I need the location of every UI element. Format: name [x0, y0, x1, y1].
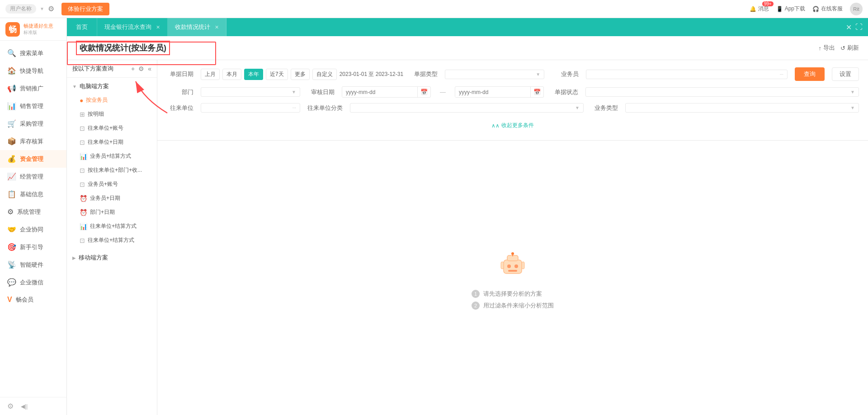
sidebar-label-system: 系统管理: [17, 208, 41, 216]
dropdown-arrow-icon[interactable]: ▼: [40, 6, 44, 11]
sidebar-item-sales[interactable]: 📊 销售管理: [0, 97, 66, 115]
business-type-select[interactable]: ▼: [625, 103, 859, 113]
sidebar-item-purchase[interactable]: 🛒 采购管理: [0, 115, 66, 132]
desktop-scheme-group: ▼ 电脑端方案 ● 按业务员 ⊞ 按明细 ⊡ 往来单位+账号 ⊡ 往来单位+: [67, 78, 157, 249]
tab-bank-close[interactable]: ✕: [156, 24, 160, 30]
trial-button[interactable]: 体验行业方案: [61, 3, 109, 15]
panel-collapse-icon[interactable]: «: [148, 65, 151, 72]
avatar-text: Rit: [850, 3, 863, 15]
audit-from-calendar-icon[interactable]: 📅: [417, 87, 430, 97]
audit-to-calendar-icon[interactable]: 📅: [530, 87, 543, 97]
partner-more-icon[interactable]: ···: [292, 105, 296, 110]
main-content: 首页 现金银行流水查询 ✕ 收款情况统计 ✕ ✕ ⛶ 收款情况统计(按业务员) …: [67, 18, 868, 415]
sidebar-item-vip[interactable]: V 畅会员: [0, 291, 66, 308]
tab-receipts-label: 收款情况统计: [175, 23, 210, 31]
scheme-item-partner-settle1[interactable]: 📊 往来单位+结算方式: [67, 219, 157, 233]
sidebar-item-search[interactable]: 🔍 搜索菜单: [0, 44, 66, 62]
sidebar-label-basic: 基础信息: [20, 190, 43, 198]
sidebar-item-hardware[interactable]: 📡 智能硬件: [0, 256, 66, 274]
sidebar-footer: ⚙ ◀||: [0, 397, 66, 415]
logo-icon: 畅: [5, 22, 20, 37]
right-area: 单据日期 上月 本月 本年 近7天 更多 自定义 2023-01-01 至 20…: [157, 60, 868, 415]
footer-collapse-icon[interactable]: ◀||: [21, 403, 28, 410]
scheme-item-dept-date[interactable]: ⏰ 部门+日期: [67, 205, 157, 219]
partner-category-select[interactable]: ▼: [350, 103, 584, 113]
export-label: 导出: [823, 44, 835, 52]
scheme-item-salesman-settle[interactable]: 📊 业务员+结算方式: [67, 149, 157, 163]
partner-category-dropdown-icon: ▼: [575, 105, 580, 110]
sidebar-nav: 🔍 搜索菜单 🏠 快捷导航 📢 营销推广 📊 销售管理 🛒 采购管理 📦 库存核…: [0, 41, 66, 397]
export-button[interactable]: ↑ 导出: [819, 44, 835, 52]
scheme-label-partner-account: 往来单位+账号: [88, 124, 123, 132]
sidebar-item-marketing[interactable]: 📢 营销推广: [0, 80, 66, 97]
footer-settings-icon[interactable]: ⚙: [7, 402, 14, 410]
scheme-item-partner-settle2[interactable]: ⊡ 往来单位+结算方式: [67, 233, 157, 247]
scheme-item-salesman-date[interactable]: ⏰ 业务员+日期: [67, 191, 157, 205]
salesman-select[interactable]: ···: [586, 70, 788, 79]
audit-date-from-group: 📅: [342, 86, 431, 98]
sidebar-item-wechat[interactable]: 💬 企业微信: [0, 274, 66, 291]
date-btn-more[interactable]: 更多: [291, 69, 310, 80]
desktop-scheme-group-header[interactable]: ▼ 电脑端方案: [67, 80, 157, 93]
scheme-settings-icon[interactable]: ⚙: [138, 65, 144, 72]
collapse-bar[interactable]: ∧∧ 收起更多条件: [166, 118, 859, 133]
sidebar: 畅 畅捷通好生意 标准版 🔍 搜索菜单 🏠 快捷导航 📢 营销推广 📊 销售管理…: [0, 18, 67, 415]
avatar[interactable]: Rit: [850, 3, 863, 15]
desktop-group-arrow-icon: ▼: [72, 84, 77, 89]
scheme-item-partner-dept-collect[interactable]: ⊡ 按往来单位+部门+收...: [67, 163, 157, 177]
sidebar-label-hardware: 智能硬件: [20, 261, 43, 269]
salesman-settle-icon: 📊: [80, 153, 87, 160]
doc-status-select[interactable]: ▼: [585, 87, 859, 97]
left-panel-title: 按以下方案查询: [72, 65, 113, 73]
hardware-icon: 📡: [7, 260, 16, 269]
add-scheme-icon[interactable]: +: [131, 65, 135, 72]
dept-select[interactable]: ▼: [201, 87, 300, 97]
scheme-item-partner-date[interactable]: ⊡ 往来单位+日期: [67, 135, 157, 149]
tab-expand-icon[interactable]: ⛶: [855, 23, 863, 31]
date-btn-7days[interactable]: 近7天: [266, 69, 288, 80]
purchase-icon: 🛒: [7, 119, 16, 128]
sidebar-item-guide[interactable]: 🎯 新手引导: [0, 238, 66, 256]
sidebar-item-finance[interactable]: 💰 资金管理: [0, 150, 66, 168]
sidebar-item-quicknav[interactable]: 🏠 快捷导航: [0, 62, 66, 80]
top-bar-left: 用户名称 ▼ ⚙ 体验行业方案: [5, 3, 750, 15]
filter-area: 单据日期 上月 本月 本年 近7天 更多 自定义 2023-01-01 至 20…: [157, 60, 868, 141]
tab-receipts[interactable]: 收款情况统计 ✕: [168, 18, 226, 36]
doc-type-select[interactable]: ▼: [445, 70, 544, 79]
date-btn-custom[interactable]: 自定义: [312, 69, 337, 80]
sidebar-item-operation[interactable]: 📈 经营管理: [0, 168, 66, 185]
tab-close-all-icon[interactable]: ✕: [846, 23, 852, 32]
business-type-label: 业务类型: [591, 104, 618, 112]
tab-bank[interactable]: 现金银行流水查询 ✕: [97, 18, 168, 36]
app-download-button[interactable]: 📱 App下载: [776, 5, 805, 13]
date-btn-last-month[interactable]: 上月: [201, 69, 220, 80]
sidebar-item-coop[interactable]: 🤝 企业协同: [0, 221, 66, 238]
scheme-item-salesman-account[interactable]: ⊡ 业务员+账号: [67, 177, 157, 191]
messages-button[interactable]: 🔔 消息 99+: [750, 5, 769, 13]
audit-date-from-input[interactable]: [342, 87, 417, 97]
settings-icon[interactable]: ⚙: [48, 5, 54, 13]
date-btn-this-year[interactable]: 本年: [244, 69, 263, 80]
sidebar-item-basic[interactable]: 📋 基础信息: [0, 185, 66, 203]
partner-date-icon: ⊡: [80, 139, 85, 146]
partner-select[interactable]: ···: [201, 103, 300, 113]
mobile-scheme-group-header[interactable]: ▶ 移动端方案: [67, 251, 157, 264]
set-button[interactable]: 设置: [832, 67, 859, 81]
tab-home[interactable]: 首页: [67, 18, 97, 36]
date-btn-this-month[interactable]: 本月: [222, 69, 241, 80]
scheme-item-by-detail[interactable]: ⊞ 按明细: [67, 107, 157, 121]
refresh-button[interactable]: ↺ 刷新: [840, 44, 859, 52]
tab-receipts-close[interactable]: ✕: [215, 24, 219, 30]
date-buttons-group: 上月 本月 本年 近7天 更多 自定义 2023-01-01 至 2023-12…: [201, 69, 403, 80]
sidebar-item-system[interactable]: ⚙ 系统管理: [0, 203, 66, 221]
query-button[interactable]: 查询: [795, 67, 825, 81]
scheme-item-by-salesman[interactable]: ● 按业务员: [67, 93, 157, 107]
left-panel-header-actions: + ⚙ «: [131, 65, 151, 72]
sidebar-item-inventory[interactable]: 📦 库存核算: [0, 132, 66, 150]
tip-text-1: 请先选择要分析的方案: [483, 290, 542, 298]
scheme-label-dept-date: 部门+日期: [90, 208, 115, 216]
online-service-button[interactable]: 🎧 在线客服: [812, 5, 843, 13]
home-icon: 🏠: [7, 66, 16, 75]
scheme-item-partner-account[interactable]: ⊡ 往来单位+账号: [67, 121, 157, 135]
audit-date-to-input[interactable]: [455, 87, 530, 97]
